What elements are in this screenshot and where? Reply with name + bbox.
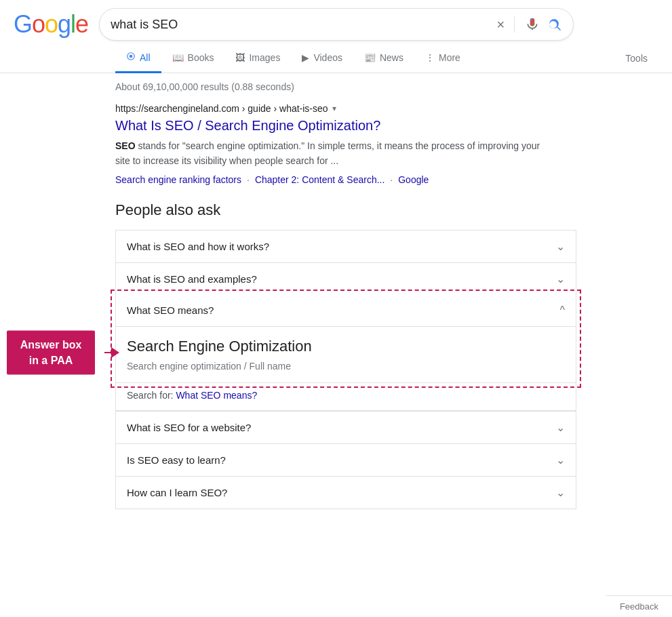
paa-item-1-text: What is SEO and how it works?	[127, 241, 269, 252]
answer-title: Search Engine Optimization	[127, 338, 565, 355]
chevron-down-icon-2: ⌄	[556, 273, 565, 285]
tab-all[interactable]: All	[115, 43, 161, 73]
tab-news-label: News	[380, 52, 403, 63]
paa-expanded-content: Search Engine Optimization Search engine…	[116, 327, 576, 382]
more-icon: ⋮	[425, 52, 435, 63]
paa-item-1[interactable]: What is SEO and how it works? ⌄	[115, 230, 576, 262]
logo-g2: g	[58, 10, 71, 39]
tab-all-label: All	[140, 52, 151, 63]
results-count: About 69,10,00,000 results (0.88 seconds…	[115, 81, 576, 92]
annotation-label: Answer box in a PAA	[7, 331, 95, 375]
paa-expanded-wrapper: Answer box in a PAA What SEO means? ^ Se…	[115, 295, 576, 411]
search-tabs: All 📖 Books 🖼 Images ▶ Videos 📰 News ⋮ M…	[0, 43, 672, 73]
result-link-2[interactable]: Chapter 2: Content & Search...	[255, 174, 384, 185]
search-for-prefix: Search for:	[127, 390, 176, 401]
chevron-down-icon-4: ⌄	[556, 421, 565, 434]
videos-icon: ▶	[302, 52, 309, 63]
result-link-1[interactable]: Search engine ranking factors	[115, 174, 241, 185]
logo-e: e	[75, 10, 88, 39]
search-divider	[514, 16, 515, 33]
arrow-head	[111, 347, 119, 358]
snippet-bold: SEO	[115, 140, 136, 151]
paa-section: People also ask What is SEO and how it w…	[115, 201, 576, 509]
header: Google what is SEO ×	[0, 0, 672, 41]
tab-books-label: Books	[188, 52, 214, 63]
paa-item-4-text: What is SEO for a website?	[127, 422, 251, 433]
tab-books[interactable]: 📖 Books	[161, 44, 225, 73]
feedback-bar: Feedback	[606, 595, 672, 617]
search-result-1: https://searchengineland.com › guide › w…	[115, 103, 576, 185]
result-url-line: https://searchengineland.com › guide › w…	[115, 103, 576, 114]
paa-item-2[interactable]: What is SEO and examples? ⌄	[115, 262, 576, 295]
all-icon	[126, 52, 136, 63]
search-for-line: Search for: What SEO means?	[116, 382, 576, 410]
logo-o1: o	[32, 10, 45, 39]
result-title[interactable]: What Is SEO / Search Engine Optimization…	[115, 117, 576, 134]
annotation-arrow	[104, 347, 119, 358]
tab-images[interactable]: 🖼 Images	[224, 44, 291, 73]
paa-expanded: What SEO means? ^ Search Engine Optimiza…	[115, 295, 576, 411]
result-link-sep-2: ·	[390, 174, 393, 185]
result-links: Search engine ranking factors · Chapter …	[115, 174, 576, 185]
logo-o2: o	[45, 10, 58, 39]
tab-more[interactable]: ⋮ More	[414, 44, 471, 73]
results-area: About 69,10,00,000 results (0.88 seconds…	[0, 73, 590, 536]
books-icon: 📖	[172, 52, 184, 63]
search-button[interactable]	[547, 17, 562, 32]
result-url-dropdown-icon[interactable]: ▾	[332, 104, 336, 113]
search-bar: what is SEO ×	[99, 8, 574, 41]
logo-l: l	[71, 10, 75, 39]
snippet-text: stands for "search engine optimization."…	[115, 140, 540, 166]
result-link-3[interactable]: Google	[398, 174, 429, 185]
chevron-down-icon-6: ⌄	[556, 486, 565, 499]
paa-item-5[interactable]: Is SEO easy to learn? ⌄	[115, 443, 576, 476]
paa-title: People also ask	[115, 201, 576, 219]
tab-videos[interactable]: ▶ Videos	[291, 44, 353, 73]
search-input[interactable]: what is SEO	[111, 18, 496, 32]
logo-g: G	[14, 10, 32, 39]
clear-icon[interactable]: ×	[496, 17, 505, 33]
chevron-down-icon-1: ⌄	[556, 240, 565, 253]
search-bar-container: what is SEO ×	[99, 8, 574, 41]
paa-item-3-text: What SEO means?	[127, 304, 214, 316]
microphone-icon[interactable]	[524, 16, 540, 33]
answer-subtitle: Search engine optimization / Full name	[127, 361, 565, 372]
arrow-line	[104, 352, 111, 353]
paa-item-6[interactable]: How can I learn SEO? ⌄	[115, 476, 576, 509]
feedback-label[interactable]: Feedback	[620, 601, 658, 612]
google-logo[interactable]: Google	[14, 10, 88, 39]
answer-box-container: What SEO means? ^ Search Engine Optimiza…	[116, 295, 576, 382]
chevron-down-icon-5: ⌄	[556, 454, 565, 466]
tab-images-label: Images	[249, 52, 280, 63]
result-snippet: SEO stands for "search engine optimizati…	[115, 138, 556, 169]
result-link-sep-1: ·	[247, 174, 250, 185]
paa-item-6-text: How can I learn SEO?	[127, 487, 227, 498]
paa-item-4[interactable]: What is SEO for a website? ⌄	[115, 411, 576, 443]
tools-tab[interactable]: Tools	[614, 45, 658, 72]
paa-expanded-header[interactable]: What SEO means? ^	[116, 295, 576, 327]
news-icon: 📰	[364, 52, 376, 63]
tab-more-label: More	[439, 52, 460, 63]
svg-point-0	[130, 55, 133, 58]
tab-videos-label: Videos	[313, 52, 342, 63]
search-icons: ×	[496, 16, 562, 33]
tab-news[interactable]: 📰 News	[353, 44, 414, 73]
chevron-up-icon-3: ^	[559, 304, 565, 317]
paa-item-2-text: What is SEO and examples?	[127, 273, 257, 285]
search-for-link[interactable]: What SEO means?	[176, 390, 257, 401]
images-icon: 🖼	[235, 52, 245, 63]
result-url: https://searchengineland.com › guide › w…	[115, 103, 328, 114]
paa-item-5-text: Is SEO easy to learn?	[127, 454, 226, 466]
